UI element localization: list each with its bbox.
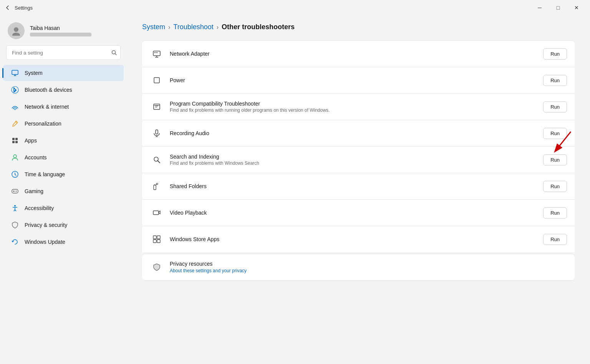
row-privacy-resources: Privacy resources About these settings a…: [142, 254, 575, 281]
svg-point-22: [16, 191, 17, 192]
run-network-adapter-button[interactable]: Run: [543, 48, 567, 60]
breadcrumb-sep-2: ›: [217, 24, 219, 31]
row-recording-content: Recording Audio: [170, 130, 543, 136]
sidebar-item-gaming[interactable]: Gaming: [3, 183, 124, 199]
breadcrumb-system[interactable]: System: [142, 23, 165, 31]
row-network-adapter: Network Adapter Run: [142, 40, 575, 67]
sidebar-item-network-label: Network & internet: [25, 104, 69, 110]
svg-rect-28: [153, 51, 160, 56]
run-compat-button[interactable]: Run: [543, 101, 567, 113]
bluetooth-icon: [11, 86, 19, 94]
run-recording-button[interactable]: Run: [543, 128, 567, 139]
breadcrumb-troubleshoot[interactable]: Troubleshoot: [173, 23, 213, 31]
row-power-content: Power: [170, 77, 543, 83]
svg-rect-12: [12, 141, 15, 143]
privacy-content: Privacy resources About these settings a…: [170, 261, 567, 274]
svg-line-44: [158, 161, 160, 163]
user-email-blur: [30, 33, 91, 36]
row-compat-content: Program Compatibility Troubleshooter Fin…: [170, 101, 543, 113]
brush-icon: [11, 119, 19, 128]
svg-rect-31: [154, 52, 156, 53]
privacy-link[interactable]: About these settings and your privacy: [170, 268, 247, 273]
row-compat-desc: Find and fix problems with running older…: [170, 108, 543, 113]
search-input[interactable]: [6, 45, 121, 60]
network-icon: [11, 103, 19, 111]
sidebar-item-accounts[interactable]: Accounts: [3, 149, 124, 165]
sidebar-item-update-label: Windows Update: [25, 239, 65, 245]
svg-rect-18: [12, 189, 18, 193]
sidebar-item-apps-label: Apps: [25, 137, 37, 144]
mic-icon: [150, 126, 164, 140]
back-icon[interactable]: [5, 5, 11, 11]
sidebar-item-bluetooth[interactable]: Bluetooth & devices: [3, 82, 124, 98]
row-search-title: Search and Indexing: [170, 154, 543, 160]
sidebar-item-accessibility-label: Accessibility: [25, 205, 54, 211]
avatar: [8, 22, 25, 39]
row-search-desc: Find and fix problems with Windows Searc…: [170, 160, 543, 166]
time-icon: [11, 170, 19, 179]
svg-rect-32: [156, 52, 157, 53]
row-store-content: Windows Store Apps: [170, 236, 543, 242]
run-video-button[interactable]: Run: [543, 207, 567, 218]
run-power-button[interactable]: Run: [543, 75, 567, 86]
sidebar-item-bluetooth-label: Bluetooth & devices: [25, 87, 72, 93]
video-icon: [150, 206, 164, 220]
shared-folder-icon: [150, 179, 164, 193]
privacy-shield-icon: [150, 260, 164, 274]
sidebar-item-personalization-label: Personalization: [25, 121, 61, 127]
app-body: Taiba Hasan System: [0, 15, 590, 364]
sidebar-item-update[interactable]: Windows Update: [3, 234, 124, 250]
minimize-button[interactable]: ─: [531, 2, 549, 14]
maximize-button[interactable]: □: [549, 2, 567, 14]
row-power-title: Power: [170, 77, 543, 83]
svg-point-21: [16, 190, 17, 191]
search-index-icon: [150, 153, 164, 167]
svg-rect-39: [156, 130, 158, 134]
row-shared-content: Shared Folders: [170, 183, 543, 189]
sidebar-item-system[interactable]: System: [3, 65, 124, 81]
svg-point-8: [15, 109, 16, 110]
update-icon: [11, 238, 19, 246]
sidebar-item-accessibility[interactable]: Accessibility: [3, 200, 124, 216]
search-icon: [111, 50, 117, 55]
power-icon: [150, 73, 164, 87]
monitor-icon: [11, 69, 19, 77]
sidebar-item-network[interactable]: Network & internet: [3, 99, 124, 115]
row-shared-title: Shared Folders: [170, 183, 543, 189]
svg-line-17: [15, 174, 16, 175]
svg-point-0: [14, 27, 18, 32]
gaming-icon: [11, 187, 19, 195]
svg-rect-52: [157, 236, 160, 239]
sidebar-item-time-label: Time & language: [25, 171, 65, 177]
svg-point-1: [12, 33, 20, 36]
sidebar-item-time[interactable]: Time & language: [3, 166, 124, 182]
run-search-button[interactable]: Run: [543, 154, 567, 165]
svg-rect-54: [157, 240, 160, 243]
row-network-adapter-content: Network Adapter: [170, 51, 543, 57]
search-box: [6, 45, 121, 60]
run-store-button[interactable]: Run: [543, 234, 567, 245]
row-store-title: Windows Store Apps: [170, 236, 543, 242]
svg-rect-11: [15, 138, 18, 140]
sidebar-item-apps[interactable]: Apps: [3, 132, 124, 149]
breadcrumb: System › Troubleshoot › Other troublesho…: [142, 23, 575, 31]
svg-rect-13: [15, 141, 18, 143]
sidebar-item-privacy[interactable]: Privacy & security: [3, 217, 124, 233]
close-button[interactable]: ✕: [568, 2, 585, 14]
privacy-title: Privacy resources: [170, 261, 567, 267]
titlebar-left: Settings: [5, 5, 33, 11]
row-video-playback: Video Playback Run: [142, 199, 575, 226]
accessibility-icon: [11, 204, 19, 212]
sidebar-item-privacy-label: Privacy & security: [25, 222, 67, 228]
titlebar: Settings ─ □ ✕: [0, 0, 590, 15]
apps-icon: [11, 136, 19, 145]
row-program-compat: Program Compatibility Troubleshooter Fin…: [142, 93, 575, 120]
compat-icon: [150, 100, 164, 114]
svg-point-23: [14, 205, 16, 207]
row-recording-title: Recording Audio: [170, 130, 543, 136]
svg-rect-50: [153, 211, 159, 215]
row-compat-title: Program Compatibility Troubleshooter: [170, 101, 543, 107]
run-shared-button[interactable]: Run: [543, 181, 567, 192]
user-info: Taiba Hasan: [30, 25, 91, 36]
sidebar-item-personalization[interactable]: Personalization: [3, 116, 124, 132]
